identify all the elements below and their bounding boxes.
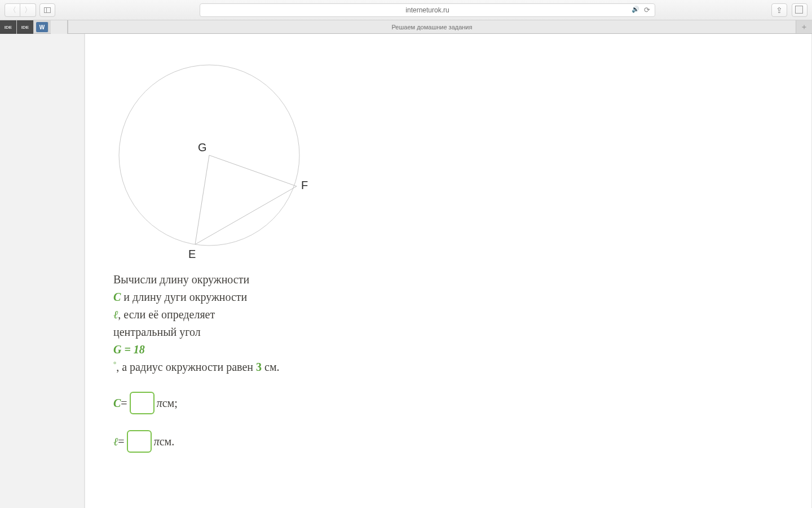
figure-label-g: G xyxy=(198,141,207,154)
answer-row-c: C = π см; xyxy=(113,392,789,414)
circle-svg: G F E xyxy=(113,51,311,260)
share-button[interactable]: ⇪ xyxy=(771,3,787,17)
figure-label-f: F xyxy=(301,179,308,191)
address-bar[interactable]: interneturok.ru 🔊 ⟳ xyxy=(200,3,655,17)
sidebar-button[interactable] xyxy=(39,3,55,17)
problem-line5b: , а радиус окружности равен xyxy=(116,361,256,373)
tab-title: Решаем домашние задания xyxy=(392,24,473,30)
problem-line1: Вычисли длину окружности xyxy=(113,273,249,286)
answer-c-pi: π xyxy=(157,397,162,410)
vk-icon: W xyxy=(36,22,48,32)
content-paper: G F E Вычисли длину окружности C и длину… xyxy=(85,34,812,508)
reload-icon[interactable]: ⟳ xyxy=(644,6,650,14)
problem-line2a: и длину дуги окружности xyxy=(121,291,247,303)
favicon-ideone-2[interactable]: IDE xyxy=(17,20,34,34)
new-tab-button[interactable]: ＋ xyxy=(796,20,812,33)
problem-g-eq: G = 18 xyxy=(113,343,145,356)
circle-figure: G F E xyxy=(113,51,311,260)
answer-l-unit: см. xyxy=(160,435,175,448)
page-viewport: G F E Вычисли длину окружности C и длину… xyxy=(0,34,812,508)
nav-buttons: 〈 〉 xyxy=(5,3,36,17)
answer-row-l: ℓ = π см. xyxy=(113,430,789,453)
tabs-icon xyxy=(796,7,803,14)
forward-button[interactable]: 〉 xyxy=(20,3,36,17)
svg-line-2 xyxy=(195,155,209,244)
answer-c-input[interactable] xyxy=(130,392,155,414)
share-icon: ⇪ xyxy=(776,6,783,15)
chevron-left-icon: 〈 xyxy=(9,6,16,14)
svg-line-1 xyxy=(209,155,297,186)
back-button[interactable]: 〈 xyxy=(5,3,20,17)
answer-l-var: ℓ xyxy=(113,435,118,448)
browser-toolbar: 〈 〉 interneturok.ru 🔊 ⟳ ⇪ xyxy=(0,0,812,20)
problem-radius: 3 xyxy=(256,361,262,373)
answer-c-unit: см; xyxy=(162,397,178,410)
problem-line5c: см. xyxy=(262,361,280,373)
answer-c-eq: = xyxy=(121,397,127,410)
problem-var-c: C xyxy=(113,291,121,303)
favicon-ideone-1[interactable]: IDE xyxy=(0,20,17,34)
tabs-button[interactable] xyxy=(792,3,807,17)
svg-line-3 xyxy=(195,186,297,244)
address-text: interneturok.ru xyxy=(405,6,449,14)
favicon-blank[interactable] xyxy=(51,20,68,34)
answer-l-eq: = xyxy=(118,435,124,448)
chevron-right-icon: 〉 xyxy=(24,6,32,14)
problem-line3a: , если её определяет xyxy=(118,308,215,321)
problem-text: Вычисли длину окружности C и длину дуги … xyxy=(113,271,350,376)
sidebar-icon xyxy=(44,7,51,13)
answer-c-var: C xyxy=(113,397,121,410)
sound-icon[interactable]: 🔊 xyxy=(632,6,639,14)
answer-l-input[interactable] xyxy=(127,430,152,453)
left-gutter xyxy=(0,34,85,508)
answer-l-pi: π xyxy=(154,435,160,448)
plus-icon: ＋ xyxy=(800,22,808,32)
tab-active[interactable]: Решаем домашние задания xyxy=(68,20,796,33)
figure-label-e: E xyxy=(188,248,196,260)
favicon-vk-wrap[interactable]: W xyxy=(34,20,51,34)
toolbar-right: ⇪ xyxy=(771,3,807,17)
problem-line4: центральный угол xyxy=(113,326,201,338)
tab-bar: IDE IDE W Решаем домашние задания ＋ xyxy=(0,20,812,34)
address-right-icons: 🔊 ⟳ xyxy=(632,6,650,14)
